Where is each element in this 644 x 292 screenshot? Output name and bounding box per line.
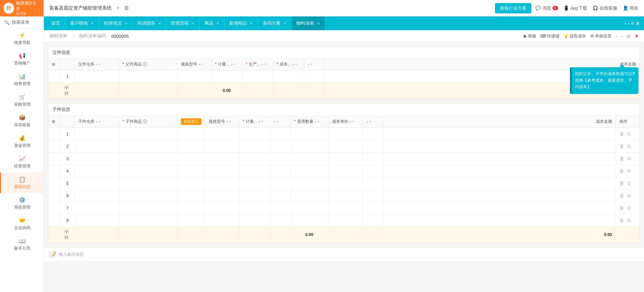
child-th-qty[interactable]: * 计量...▲▼ [239, 116, 270, 128]
child-th-spec[interactable]: 规格型号▲▼ [205, 116, 239, 128]
tab-next-button[interactable]: › [628, 20, 629, 26]
sidebar-item-system[interactable]: ⚙️ 系统管理 [0, 193, 44, 214]
child-row-1-unit-cost[interactable] [328, 128, 362, 140]
child-th-scan[interactable]: 扫码录入 [177, 116, 205, 128]
child-row-7-delete[interactable]: 🗑 [619, 205, 624, 211]
child-row-3-delete[interactable]: 🗑 [619, 156, 624, 161]
child-row-1-qty[interactable] [239, 128, 270, 140]
parent-row-1-qty[interactable] [211, 70, 242, 83]
parent-row-1-product[interactable] [119, 70, 177, 83]
child-row-6-copy[interactable]: ⧉ [627, 193, 631, 198]
child-row-6-delete[interactable]: 🗑 [619, 193, 624, 198]
sidebar-item-sales[interactable]: 📊 销售管理 [0, 70, 44, 90]
grid-view-button[interactable]: ⊞ [627, 34, 631, 39]
tab-new-product[interactable]: 新增商品 ✕ [224, 16, 258, 30]
tab-profit-label: 利润报告 [137, 20, 155, 26]
child-row-1-copy[interactable]: ⧉ [627, 131, 631, 137]
nav-prev-button[interactable]: ‹ [616, 34, 617, 39]
child-th-settings[interactable]: ⚙ [48, 116, 61, 128]
tab-new-product-close[interactable]: ✕ [250, 21, 253, 26]
child-row-1-spec[interactable] [205, 128, 239, 140]
parent-row-1-spec[interactable] [177, 70, 211, 83]
child-row-1-needed[interactable] [290, 128, 328, 140]
tab-customer[interactable]: 客户联络 ✕ [65, 16, 99, 30]
sidebar-item-purchase[interactable]: 🛒 采购管理 [0, 90, 44, 111]
child-row-4-delete[interactable]: 🗑 [619, 168, 624, 174]
child-row-2-delete[interactable]: 🗑 [619, 143, 624, 149]
tab-history[interactable]: 经营历程 ✕ [166, 16, 200, 30]
child-row-1-delete[interactable]: 🗑 [619, 131, 624, 137]
child-row-5-delete[interactable]: 🗑 [619, 180, 624, 186]
scan-button[interactable]: 扫码录入 [181, 118, 201, 125]
tab-profit-close[interactable]: ✕ [158, 21, 161, 26]
close-page-button[interactable]: ✕ [635, 34, 639, 39]
tab-barcode[interactable]: 条码方案 ✕ [258, 16, 292, 30]
sidebar-item-finance[interactable]: 💰 资金管理 [0, 131, 44, 152]
tab-customer-close[interactable]: ✕ [91, 21, 94, 26]
app-download-action[interactable]: 📱 App下载 [564, 5, 587, 11]
tab-operations[interactable]: 经营情况 ✕ [99, 16, 133, 30]
sidebar-item-basic-info[interactable]: 📋 基础信息 [0, 173, 44, 193]
th-cost[interactable]: * 成本...▲▼ [273, 59, 304, 70]
tab-operations-close[interactable]: ✕ [124, 21, 127, 26]
tab-products-close[interactable]: ✕ [216, 21, 219, 26]
th-parent-warehouse[interactable]: 父件仓库▲▼ [74, 59, 119, 70]
tab-close-all-button[interactable]: ✕ [635, 20, 640, 27]
tab-barcode-label: 条码方案 [263, 20, 281, 26]
parent-row-1-cost[interactable] [273, 70, 304, 83]
gear-button[interactable]: ⚙ [124, 5, 129, 11]
sidebar-item-guide[interactable]: 📖 新手引导 [0, 234, 44, 255]
child-th-more[interactable]: ▲▼ [270, 116, 290, 128]
parent-row-1-production[interactable] [242, 70, 273, 83]
tab-history-close[interactable]: ✕ [191, 21, 195, 26]
sidebar-item-quick-nav[interactable]: ⚡ 快捷导航 [0, 28, 44, 49]
extract-cost-action[interactable]: 💡 提取成本 [564, 33, 586, 39]
tab-menu-button[interactable]: ≡ [631, 20, 634, 26]
th-qty[interactable]: * 计量...▲▼ [211, 59, 242, 70]
user-action[interactable]: 👤 用友 [623, 5, 639, 11]
child-th-product[interactable]: * 子件商品 ⓘ [119, 116, 177, 128]
parent-row-1-warehouse[interactable] [74, 70, 119, 83]
child-row-5-copy[interactable]: ⧉ [627, 180, 631, 186]
child-th-unit-cost[interactable]: 成本单价▲▼ [328, 116, 362, 128]
system-dropdown-arrow[interactable]: ▼ [116, 6, 120, 10]
child-row-8-copy[interactable]: ⧉ [627, 218, 631, 223]
tab-bom-close[interactable]: ✕ [317, 21, 320, 26]
child-row-3-copy[interactable]: ⧉ [627, 156, 631, 161]
child-row-2-copy[interactable]: ⧉ [627, 143, 631, 149]
tab-products[interactable]: 商品 ✕ [200, 16, 224, 30]
th-settings[interactable]: ⚙ [48, 59, 61, 70]
child-th-cost-more[interactable]: ▲▼ [362, 116, 383, 128]
tab-bom[interactable]: 物料清单 ✕ [292, 16, 325, 30]
sidebar-item-enterprise[interactable]: 🤝 企业协同 [0, 214, 44, 234]
single-settings-action[interactable]: ⚙ 单据设置 [590, 33, 611, 39]
child-th-warehouse[interactable]: 子件仓库▲▼ [74, 116, 119, 128]
th-parent-product[interactable]: * 父件商品 ⓘ [119, 59, 177, 70]
view-action[interactable]: ▶ 视频 [524, 33, 536, 39]
th-production[interactable]: * 生产...▲▼ [242, 59, 273, 70]
child-row-7-copy[interactable]: ⧉ [627, 205, 631, 211]
tab-prev-button[interactable]: ‹ [624, 20, 626, 26]
tab-profit[interactable]: 利润报告 ✕ [133, 16, 166, 30]
message-action[interactable]: 💬 消息 6 [535, 5, 558, 11]
tab-home[interactable]: 首页 [47, 16, 65, 30]
child-th-needed-qty[interactable]: * 需用数量▲▼ [290, 116, 328, 128]
sidebar-item-marketing[interactable]: 📢 营销推广 [0, 49, 44, 70]
nav-next-button[interactable]: › [621, 34, 623, 39]
breadcrumb-bom[interactable]: 物料清单 [49, 33, 67, 39]
tooltip-close-button[interactable]: ✕ [632, 69, 636, 77]
child-row-4-copy[interactable]: ⧉ [627, 168, 631, 174]
trial-button[interactable]: 体验行业方案 [495, 3, 531, 13]
sidebar-item-inventory[interactable]: 📦 库存核算 [0, 111, 44, 131]
sidebar-search-item[interactable]: 🔍 搜索菜单 [0, 16, 44, 28]
shortcut-action[interactable]: ⌨ 快捷键 [540, 33, 559, 39]
note-placeholder[interactable]: 输入备注信息 [59, 252, 84, 257]
online-service-action[interactable]: 🎧 在线客服 [593, 5, 617, 11]
child-row-1-warehouse[interactable] [74, 128, 119, 140]
sidebar-item-operations[interactable]: 📈 经营管理 [0, 152, 44, 173]
th-more[interactable]: ▲▼ [304, 59, 324, 70]
th-spec[interactable]: 规格型号▲▼ [177, 59, 211, 70]
child-row-1-product[interactable] [119, 128, 177, 140]
child-row-8-delete[interactable]: 🗑 [619, 218, 624, 223]
tab-barcode-close[interactable]: ✕ [283, 21, 286, 26]
